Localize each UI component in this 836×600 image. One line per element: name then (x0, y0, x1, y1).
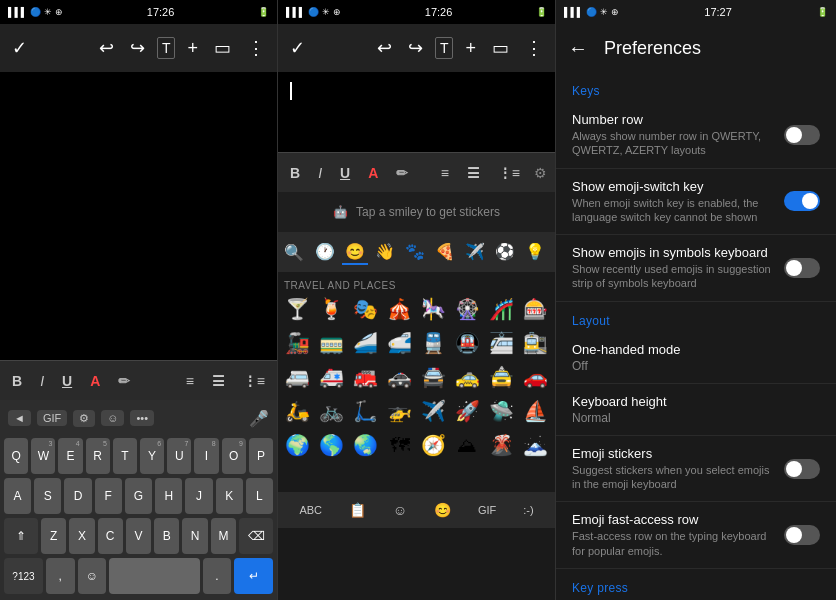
key-backspace[interactable]: ⌫ (239, 518, 273, 554)
key-f[interactable]: F (95, 478, 122, 514)
emoji-item[interactable]: 🌏 (350, 429, 382, 461)
emoji-tab-food[interactable]: 🍕 (432, 240, 458, 265)
key-period[interactable]: . (203, 558, 232, 594)
key-x[interactable]: X (69, 518, 94, 554)
check-button-2[interactable]: ✓ (286, 33, 309, 63)
mic-key[interactable]: 🎤 (249, 409, 269, 428)
color-button[interactable]: A (86, 371, 104, 391)
key-w[interactable]: W3 (31, 438, 55, 474)
sticker-key[interactable]: ☺ (101, 410, 124, 426)
undo-button-2[interactable]: ↩ (373, 33, 396, 63)
emoji-item[interactable]: ⛵ (519, 395, 551, 427)
emoji-item[interactable]: 🎢 (485, 293, 517, 325)
key-l[interactable]: L (246, 478, 273, 514)
key-b[interactable]: B (154, 518, 179, 554)
emoji-item[interactable]: 🚃 (316, 327, 348, 359)
emoji-item[interactable]: 🍹 (316, 293, 348, 325)
emoji-item[interactable]: 🍸 (282, 293, 314, 325)
key-o[interactable]: O9 (222, 438, 246, 474)
emoji-item[interactable]: 🗻 (519, 429, 551, 461)
highlight-button-2[interactable]: ✏ (392, 163, 412, 183)
editor-canvas-2[interactable] (278, 72, 555, 152)
key-k[interactable]: K (216, 478, 243, 514)
emoji-item[interactable]: 🎡 (451, 293, 483, 325)
key-i[interactable]: I8 (194, 438, 218, 474)
back-key[interactable]: ◄ (8, 410, 31, 426)
emoji-item[interactable]: 🚀 (451, 395, 483, 427)
italic-button[interactable]: I (36, 371, 48, 391)
emoji-tab-clock[interactable]: 🕐 (312, 240, 338, 265)
color-button-2[interactable]: A (364, 163, 382, 183)
emoji-tab-objects[interactable]: 💡 (522, 240, 548, 265)
redo-button-2[interactable]: ↪ (404, 33, 427, 63)
emoji-item[interactable]: 🚒 (350, 361, 382, 393)
emoji-item[interactable]: 🚈 (485, 327, 517, 359)
emoji-item[interactable]: 🚇 (451, 327, 483, 359)
emoji-item[interactable]: ⛰ (451, 429, 483, 461)
undo-button[interactable]: ↩ (95, 33, 118, 63)
emoji-tab-animal[interactable]: 🐾 (402, 240, 428, 265)
pref-item-emoji-switch[interactable]: Show emoji-switch key When emoji switch … (556, 169, 836, 236)
emoji-item[interactable]: 🧭 (418, 429, 450, 461)
toggle-emoji-fast-access[interactable] (784, 525, 820, 545)
key-u[interactable]: U7 (167, 438, 191, 474)
back-button[interactable]: ← (568, 37, 588, 60)
key-c[interactable]: C (98, 518, 123, 554)
key-space[interactable] (109, 558, 199, 594)
emoji-bottom-gif[interactable]: GIF (478, 504, 496, 516)
pref-item-emojis-symbols[interactable]: Show emojis in symbols keyboard Show rec… (556, 235, 836, 302)
key-emoji[interactable]: ☺ (78, 558, 107, 594)
emoji-item[interactable]: 🚁 (384, 395, 416, 427)
format-text-button[interactable]: T (157, 37, 176, 59)
preferences-scroll[interactable]: Keys Number row Always show number row i… (556, 72, 836, 600)
pref-item-emoji-fast-access[interactable]: Emoji fast-access row Fast-access row on… (556, 502, 836, 569)
emoji-item[interactable]: 🎪 (384, 293, 416, 325)
emoji-item[interactable]: ✈️ (418, 395, 450, 427)
key-e[interactable]: E4 (58, 438, 82, 474)
emoji-item[interactable]: 🚆 (418, 327, 450, 359)
editor-canvas-1[interactable] (0, 72, 277, 360)
emoji-item[interactable]: 🚔 (418, 361, 450, 393)
emoji-item[interactable]: 🌋 (485, 429, 517, 461)
pref-item-number-row[interactable]: Number row Always show number row in QWE… (556, 102, 836, 169)
emoji-item[interactable]: 🚓 (384, 361, 416, 393)
more-options-button[interactable]: ⋮ (243, 33, 269, 63)
key-y[interactable]: Y6 (140, 438, 164, 474)
bold-button[interactable]: B (8, 371, 26, 391)
key-s[interactable]: S (34, 478, 61, 514)
emoji-item[interactable]: 🚑 (316, 361, 348, 393)
toggle-emojis-symbols[interactable] (784, 258, 820, 278)
emoji-item[interactable]: 🚲 (316, 395, 348, 427)
emoji-item[interactable]: 🚂 (282, 327, 314, 359)
key-enter[interactable]: ↵ (234, 558, 273, 594)
redo-button[interactable]: ↪ (126, 33, 149, 63)
underline-button-2[interactable]: U (336, 163, 354, 183)
key-a[interactable]: A (4, 478, 31, 514)
emoji-item[interactable]: 🎠 (418, 293, 450, 325)
settings-key[interactable]: ⚙ (73, 410, 95, 427)
insert-image-button[interactable]: ▭ (210, 33, 235, 63)
emoji-item[interactable]: 🌍 (282, 429, 314, 461)
emoji-tab-face[interactable]: 😊 (342, 240, 368, 265)
align-button-2[interactable]: ≡ (437, 163, 453, 183)
emoji-item[interactable]: 🚖 (485, 361, 517, 393)
key-j[interactable]: J (185, 478, 212, 514)
emoji-bottom-emoji[interactable]: ☺ (393, 502, 407, 518)
add-button-2[interactable]: + (461, 34, 480, 63)
emoji-item[interactable]: 🚄 (350, 327, 382, 359)
emoji-bottom-sticker[interactable]: 😊 (434, 502, 451, 518)
toggle-emoji-switch[interactable] (784, 191, 820, 211)
key-h[interactable]: H (155, 478, 182, 514)
align-button[interactable]: ≡ (182, 371, 198, 391)
emoji-item[interactable]: 🛴 (350, 395, 382, 427)
pref-item-emoji-stickers[interactable]: Emoji stickers Suggest stickers when you… (556, 436, 836, 503)
key-shift[interactable]: ⇑ (4, 518, 38, 554)
emoji-bottom-clipboard[interactable]: 📋 (349, 502, 366, 518)
more-key[interactable]: ••• (130, 410, 154, 426)
key-n[interactable]: N (182, 518, 207, 554)
key-q[interactable]: Q (4, 438, 28, 474)
emoji-bottom-kaomoji[interactable]: :-) (523, 504, 533, 516)
add-button[interactable]: + (183, 34, 202, 63)
gif-key[interactable]: GIF (37, 410, 67, 426)
pref-item-keyboard-height[interactable]: Keyboard height Normal (556, 384, 836, 436)
